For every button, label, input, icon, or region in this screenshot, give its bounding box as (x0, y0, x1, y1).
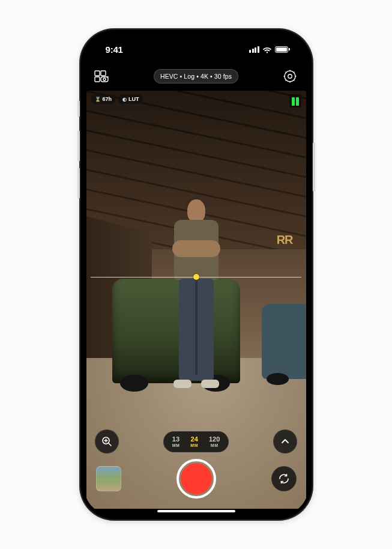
home-indicator[interactable] (157, 510, 235, 513)
camera-mode-icon[interactable] (94, 69, 110, 83)
lut-label: LUT (128, 96, 139, 102)
cellular-signal-icon (249, 46, 259, 53)
wifi-icon (262, 46, 272, 53)
scene-person (160, 199, 232, 429)
lens-option-120mm[interactable]: 120 MM (204, 434, 225, 449)
viewfinder[interactable]: RR ⏳ 67h ◐ LUT (86, 91, 306, 509)
viewfinder-overlay-badges: ⏳ 67h ◐ LUT (91, 94, 301, 108)
lens-option-24mm[interactable]: 24 MM (185, 434, 203, 449)
scene-logo: RR (277, 233, 293, 247)
phone-screen: 9:41 (84, 33, 309, 516)
volume-up-button (77, 130, 80, 162)
lens-unit: MM (172, 443, 180, 447)
gallery-thumbnail[interactable] (96, 466, 121, 491)
volume-down-button (77, 168, 80, 199)
dynamic-island (161, 41, 232, 61)
controls-lower-row (86, 457, 306, 500)
lut-icon: ◐ (122, 97, 127, 102)
lens-value: 13 (172, 436, 179, 443)
time-remaining-value: 67h (103, 96, 112, 102)
svg-point-6 (288, 74, 292, 78)
battery-icon (275, 46, 291, 53)
horizon-level-dot (193, 274, 199, 280)
lens-unit: MM (190, 443, 198, 447)
svg-rect-2 (95, 77, 100, 82)
status-time: 9:41 (106, 44, 123, 55)
scene-truck-right (262, 304, 306, 379)
svg-point-4 (103, 78, 106, 80)
svg-rect-3 (101, 77, 108, 82)
lens-value: 24 (191, 436, 198, 443)
expand-controls-button[interactable] (273, 429, 297, 453)
audio-level-meter[interactable] (289, 94, 301, 108)
hourglass-icon: ⏳ (95, 97, 101, 102)
status-indicators (249, 46, 291, 53)
time-remaining-badge[interactable]: ⏳ 67h (91, 94, 116, 104)
lens-selector[interactable]: 13 MM 24 MM 120 MM (163, 431, 229, 452)
phone-frame: 9:41 (79, 28, 313, 521)
top-toolbar: HEVC • Log • 4K • 30 fps (84, 65, 309, 87)
record-button[interactable] (176, 459, 216, 499)
zoom-button[interactable] (95, 429, 119, 453)
controls-upper-row: 13 MM 24 MM 120 MM (86, 428, 306, 455)
lens-option-13mm[interactable]: 13 MM (167, 434, 185, 449)
lens-value: 120 (209, 436, 220, 443)
svg-rect-1 (101, 71, 106, 76)
settings-gear-icon[interactable] (282, 69, 298, 83)
power-button (313, 142, 315, 192)
record-button-inner (181, 463, 212, 494)
svg-rect-0 (95, 71, 100, 76)
silent-switch (77, 100, 80, 117)
flip-camera-button[interactable] (271, 466, 297, 491)
lens-unit: MM (211, 443, 219, 447)
lut-badge[interactable]: ◐ LUT (119, 94, 143, 104)
format-pill[interactable]: HEVC • Log • 4K • 30 fps (154, 69, 238, 83)
